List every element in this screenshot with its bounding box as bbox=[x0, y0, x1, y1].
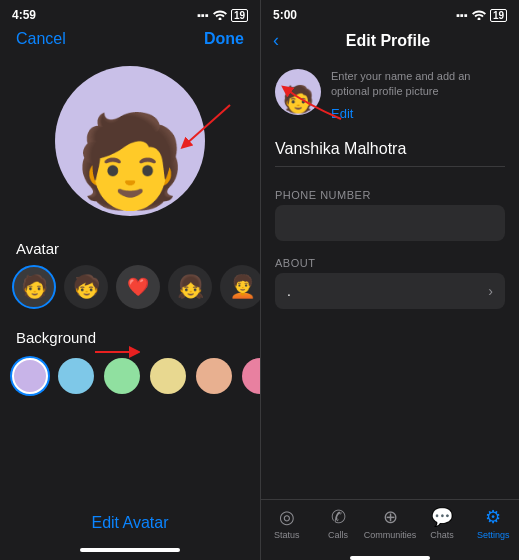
name-input-area: Vanshika Malhotra bbox=[261, 132, 519, 175]
home-indicator-right bbox=[350, 556, 430, 560]
chats-tab-icon: 💬 bbox=[431, 506, 453, 528]
chats-tab-label: Chats bbox=[430, 530, 454, 540]
background-label: Background bbox=[0, 325, 260, 354]
color-peach[interactable] bbox=[196, 358, 232, 394]
background-section: Background bbox=[0, 325, 260, 406]
communities-tab-icon: ⊕ bbox=[383, 506, 398, 528]
profile-info: Enter your name and add an optional prof… bbox=[331, 69, 505, 122]
battery-icon-left: 19 bbox=[231, 9, 248, 22]
about-value: . bbox=[287, 283, 291, 299]
wifi-icon-right bbox=[472, 9, 486, 22]
settings-tab-icon: ⚙ bbox=[485, 506, 501, 528]
signal-icon-right: ▪▪▪ bbox=[456, 9, 468, 21]
right-panel: 5:00 ▪▪▪ 19 ‹ Edit Profile 🧑 Enter your … bbox=[260, 0, 519, 560]
svg-line-0 bbox=[185, 105, 230, 145]
battery-icon-right: 19 bbox=[490, 9, 507, 22]
avatar-option-1[interactable]: 🧑 bbox=[12, 265, 56, 309]
about-label: ABOUT bbox=[261, 251, 519, 273]
display-name[interactable]: Vanshika Malhotra bbox=[275, 140, 505, 167]
avatar-option-4[interactable]: 👧 bbox=[168, 265, 212, 309]
status-icons-left: ▪▪▪ 19 bbox=[197, 9, 248, 22]
arrow-to-bg bbox=[90, 337, 140, 367]
avatar-option-3[interactable]: ❤️ bbox=[116, 265, 160, 309]
phone-label: PHONE NUMBER bbox=[261, 183, 519, 205]
cancel-button[interactable]: Cancel bbox=[16, 30, 66, 48]
avatar-preview-area: 🧑 bbox=[0, 56, 260, 236]
avatar-option-5[interactable]: 🧑‍🦱 bbox=[220, 265, 260, 309]
top-bar-left: Cancel Done bbox=[0, 26, 260, 56]
edit-avatar-button[interactable]: Edit Avatar bbox=[0, 504, 260, 548]
tab-settings[interactable]: ⚙ Settings bbox=[468, 506, 519, 540]
color-purple[interactable] bbox=[12, 358, 48, 394]
done-button[interactable]: Done bbox=[204, 30, 244, 48]
back-button[interactable]: ‹ bbox=[273, 30, 279, 51]
profile-hint: Enter your name and add an optional prof… bbox=[331, 69, 505, 100]
time-left: 4:59 bbox=[12, 8, 36, 22]
time-right: 5:00 bbox=[273, 8, 297, 22]
tab-status[interactable]: ◎ Status bbox=[261, 506, 312, 540]
communities-tab-label: Communities bbox=[364, 530, 417, 540]
color-yellow[interactable] bbox=[150, 358, 186, 394]
settings-tab-label: Settings bbox=[477, 530, 510, 540]
left-panel: 4:59 ▪▪▪ 19 Cancel Done 🧑 bbox=[0, 0, 260, 560]
tab-chats[interactable]: 💬 Chats bbox=[416, 506, 467, 540]
status-tab-icon: ◎ bbox=[279, 506, 295, 528]
status-bar-right: 5:00 ▪▪▪ 19 bbox=[261, 0, 519, 26]
phone-field[interactable] bbox=[275, 205, 505, 241]
phone-section: PHONE NUMBER bbox=[261, 183, 519, 241]
tab-calls[interactable]: ✆ Calls bbox=[312, 506, 363, 540]
avatar-section-label: Avatar bbox=[0, 236, 260, 265]
wifi-icon-left bbox=[213, 9, 227, 22]
calls-tab-icon: ✆ bbox=[331, 506, 346, 528]
arrow-to-avatar bbox=[175, 100, 235, 150]
arrow-to-profile-avatar bbox=[276, 84, 346, 124]
color-blue[interactable] bbox=[58, 358, 94, 394]
signal-icon-left: ▪▪▪ bbox=[197, 9, 209, 21]
home-indicator-left bbox=[80, 548, 180, 552]
avatar-emoji: 🧑 bbox=[74, 116, 186, 206]
tab-bar: ◎ Status ✆ Calls ⊕ Communities 💬 Chats ⚙… bbox=[261, 499, 519, 552]
nav-bar: ‹ Edit Profile bbox=[261, 26, 519, 59]
tab-communities[interactable]: ⊕ Communities bbox=[364, 506, 417, 540]
about-field[interactable]: . › bbox=[275, 273, 505, 309]
color-pink[interactable] bbox=[242, 358, 260, 394]
status-tab-label: Status bbox=[274, 530, 300, 540]
chevron-right-icon: › bbox=[488, 283, 493, 299]
status-icons-right: ▪▪▪ 19 bbox=[456, 9, 507, 22]
profile-section: 🧑 Enter your name and add an optional pr… bbox=[261, 59, 519, 132]
page-title: Edit Profile bbox=[287, 32, 489, 50]
avatar-option-2[interactable]: 🧒 bbox=[64, 265, 108, 309]
avatar-options: 🧑 🧒 ❤️ 👧 🧑‍🦱 bbox=[0, 265, 260, 325]
about-section: ABOUT . › bbox=[261, 251, 519, 309]
status-bar-left: 4:59 ▪▪▪ 19 bbox=[0, 0, 260, 26]
calls-tab-label: Calls bbox=[328, 530, 348, 540]
